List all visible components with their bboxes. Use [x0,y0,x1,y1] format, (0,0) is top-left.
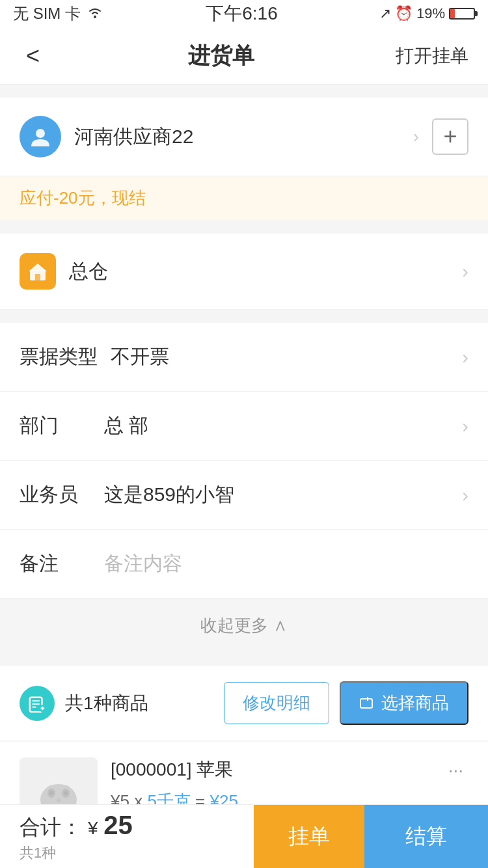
warehouse-icon [20,253,56,290]
battery-percent: 19% [416,5,445,22]
supplier-avatar [20,116,61,157]
status-right: ↗ ⏰ 19% [379,5,475,22]
salesperson-row[interactable]: 业务员 这是859的小智 › [0,461,488,530]
warehouse-section: 总仓 › [0,234,488,310]
svg-rect-12 [360,699,372,708]
invoice-type-chevron-icon: › [462,346,468,368]
warehouse-label: 总仓 [69,258,462,285]
product-more-button[interactable]: ··· [443,757,468,783]
svg-point-21 [64,791,68,795]
svg-point-0 [94,16,96,18]
checkout-button[interactable]: 结算 [364,805,488,869]
product-title: 苹果 [197,759,233,780]
total-amount: 合计： ¥ 25 [20,811,254,842]
svg-rect-4 [35,274,40,280]
product-code: [0000001] [111,759,192,780]
add-supplier-button[interactable]: + [432,118,468,155]
department-value: 总 部 [91,413,462,439]
product-name: [0000001] 苹果 [111,757,443,782]
gps-icon: ↗ [379,5,391,22]
remark-row[interactable]: 备注 备注内容 [0,530,488,599]
select-product-label: 选择商品 [381,692,449,714]
svg-point-20 [49,791,53,795]
status-time: 下午6:16 [206,1,278,26]
supplier-section: 河南供应商22 › + 应付-20元，现结 [0,98,488,221]
top-divider [0,85,488,98]
select-product-button[interactable]: 选择商品 [340,681,468,725]
hang-button[interactable]: 挂单 [254,805,364,869]
collapse-bar[interactable]: 收起更多 ∧ [0,599,488,653]
department-label: 部门 [20,413,91,439]
product-count-text: 共1种商品 [65,691,224,716]
wifi-icon [86,5,104,23]
total-sub: 共1种 [20,843,254,863]
battery-icon [449,8,475,20]
product-count-icon [20,686,55,721]
edit-detail-button[interactable]: 修改明细 [224,682,329,724]
nav-title: 进货单 [188,41,254,71]
warehouse-chevron-icon: › [462,260,468,282]
supplier-name: 河南供应商22 [74,124,413,150]
alarm-icon: ⏰ [395,5,413,22]
invoice-type-label: 票据类型 [20,344,98,370]
open-hang-button[interactable]: 打开挂单 [396,44,468,68]
department-chevron-icon: › [462,415,468,437]
salesperson-label: 业务员 [20,481,91,508]
status-left: 无 SIM 卡 [13,3,104,24]
total-label: 合计： [20,815,82,839]
back-button[interactable]: < [20,36,46,76]
invoice-type-value: 不开票 [98,344,462,370]
supplier-row[interactable]: 河南供应商22 › + [0,98,488,176]
invoice-type-row[interactable]: 票据类型 不开票 › [0,323,488,392]
currency-symbol: ¥ [88,818,98,838]
cart-icon [359,695,376,712]
svg-marker-3 [29,264,47,271]
salesperson-chevron-icon: › [462,484,468,506]
supplier-notice: 应付-20元，现结 [0,176,488,221]
divider-3 [0,653,488,666]
product-header: 共1种商品 修改明细 选择商品 [0,666,488,740]
bottom-bar: 合计： ¥ 25 共1种 挂单 结算 [0,804,488,868]
warehouse-row[interactable]: 总仓 › [0,234,488,310]
divider-1 [0,221,488,234]
carrier-text: 无 SIM 卡 [13,3,81,24]
remark-value[interactable]: 备注内容 [91,550,468,577]
nav-bar: < 进货单 打开挂单 [0,27,488,85]
department-row[interactable]: 部门 总 部 › [0,392,488,461]
total-info: 合计： ¥ 25 共1种 [0,811,254,863]
status-bar: 无 SIM 卡 下午6:16 ↗ ⏰ 19% [0,0,488,27]
total-value: 25 [103,811,133,839]
salesperson-value: 这是859的小智 [91,481,462,508]
form-section: 票据类型 不开票 › 部门 总 部 › 业务员 这是859的小智 › 备注 备注… [0,323,488,599]
svg-point-1 [36,129,45,138]
remark-label: 备注 [20,550,91,577]
divider-2 [0,310,488,323]
supplier-chevron-icon: › [413,126,419,147]
